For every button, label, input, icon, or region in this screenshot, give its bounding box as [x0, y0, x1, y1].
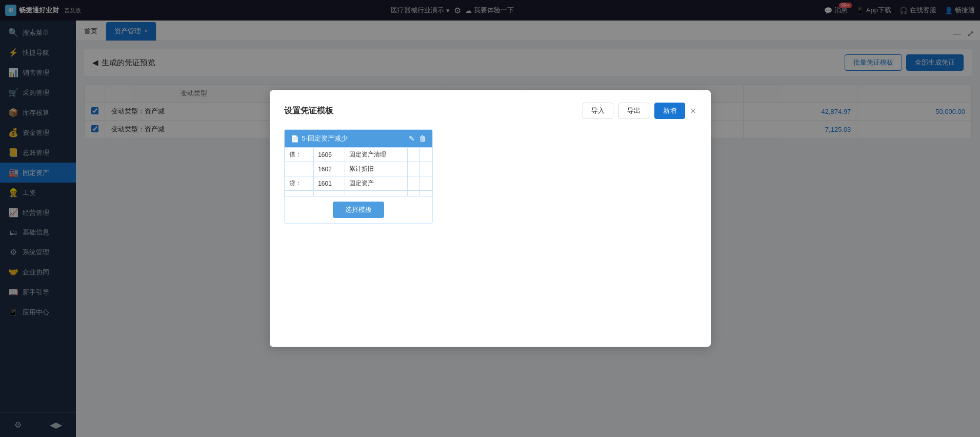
- entry3-name: 固定资产: [345, 176, 408, 191]
- import-button[interactable]: 导入: [583, 103, 613, 119]
- template-card-header-left: 📄 5-固定资产减少: [291, 134, 348, 143]
- entry1-extra1: [408, 148, 419, 162]
- entry3-extra1: [408, 176, 419, 191]
- new-button[interactable]: 新增: [654, 103, 685, 119]
- template-grid: 📄 5-固定资产减少 ✎ 🗑 借： 1606 固定资产清理: [284, 129, 696, 224]
- entry2-code: 1602: [314, 162, 345, 176]
- entry2-extra2: [419, 162, 432, 176]
- empty3: [345, 191, 408, 196]
- modal-close-icon[interactable]: ×: [690, 106, 696, 116]
- template-edit-icon[interactable]: ✎: [409, 134, 415, 143]
- modal-title: 设置凭证模板: [284, 106, 333, 116]
- empty2: [314, 191, 345, 196]
- modal: 设置凭证模板 导入 导出 新增 × 📄 5-固定资产减少 ✎: [270, 90, 711, 347]
- export-button[interactable]: 导出: [618, 103, 649, 119]
- entry3-direction: 贷：: [285, 176, 314, 191]
- template-card-title: 5-固定资产减少: [302, 134, 348, 143]
- entry1-direction: 借：: [285, 148, 314, 162]
- template-doc-icon: 📄: [291, 135, 299, 143]
- template-table: 借： 1606 固定资产清理 1602 累计折旧: [285, 147, 432, 196]
- template-delete-icon[interactable]: 🗑: [419, 134, 426, 143]
- template-entry-row: 1602 累计折旧: [285, 162, 432, 176]
- entry1-name: 固定资产清理: [345, 148, 408, 162]
- entry3-code: 1601: [314, 176, 345, 191]
- modal-header-right: 导入 导出 新增 ×: [583, 103, 696, 119]
- empty1: [285, 191, 314, 196]
- modal-actions: 导入 导出 新增: [583, 103, 685, 119]
- template-card: 📄 5-固定资产减少 ✎ 🗑 借： 1606 固定资产清理: [284, 129, 433, 224]
- template-footer: 选择模板: [285, 196, 432, 223]
- entry2-extra1: [408, 162, 419, 176]
- select-template-button[interactable]: 选择模板: [333, 202, 384, 218]
- template-empty-row: [285, 191, 432, 196]
- modal-header: 设置凭证模板 导入 导出 新增 ×: [284, 103, 696, 119]
- entry3-extra2: [419, 176, 432, 191]
- entry1-extra2: [419, 148, 432, 162]
- entry2-direction: [285, 162, 314, 176]
- template-card-header-actions: ✎ 🗑: [409, 134, 426, 143]
- template-entry-row: 借： 1606 固定资产清理: [285, 148, 432, 162]
- empty4: [408, 191, 419, 196]
- template-entry-row: 贷： 1601 固定资产: [285, 176, 432, 191]
- entry1-code: 1606: [314, 148, 345, 162]
- entry2-name: 累计折旧: [345, 162, 408, 176]
- modal-overlay[interactable]: 设置凭证模板 导入 导出 新增 × 📄 5-固定资产减少 ✎: [0, 0, 980, 437]
- template-card-header: 📄 5-固定资产减少 ✎ 🗑: [285, 130, 432, 147]
- empty5: [419, 191, 432, 196]
